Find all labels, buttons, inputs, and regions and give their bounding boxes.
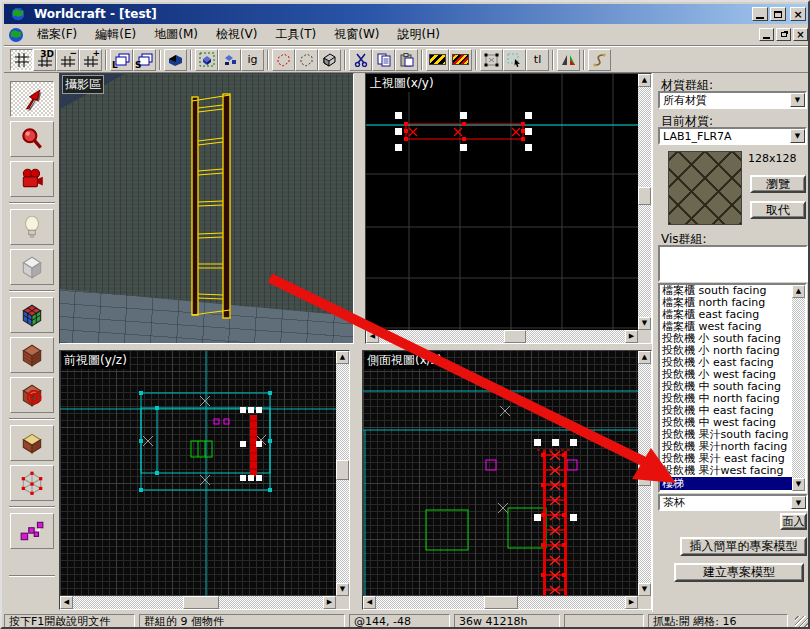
scroll-down-icon[interactable]: ▼ (638, 583, 651, 596)
mdi-document-icon[interactable] (8, 27, 24, 43)
hide-selected-button[interactable] (272, 49, 295, 71)
prefab-list-item[interactable]: 投飲機 小 south facing (660, 333, 792, 345)
side-vscrollbar[interactable]: ▲ ▼ (638, 351, 651, 596)
insert-prefab-button[interactable]: 插入簡單的專案模型 (680, 537, 807, 556)
prefab-list-item[interactable]: 投飲機 中 west facing (660, 417, 792, 429)
side-view-canvas[interactable] (363, 351, 638, 596)
cordon-edit-button[interactable] (426, 49, 449, 71)
mirror-button[interactable] (557, 49, 580, 71)
copy-button[interactable] (372, 49, 395, 71)
ungroup-button[interactable] (218, 49, 241, 71)
prefab-list-item[interactable]: 投飲機 小 east facing (660, 357, 792, 369)
menu-map[interactable]: 地圖(M) (145, 24, 207, 45)
prefab-listbox[interactable]: 檔案櫃 south facing檔案櫃 north facing檔案櫃 east… (658, 283, 807, 493)
path-tool-button[interactable] (10, 513, 54, 549)
magenta-entities-front[interactable] (214, 419, 229, 424)
scroll-left-icon[interactable]: ◀ (60, 596, 73, 609)
scroll-up-icon[interactable]: ▲ (638, 74, 651, 87)
prefab-list-item[interactable]: 投飲機 果汁north facing (660, 441, 792, 453)
scroll-right-icon[interactable]: ▶ (323, 596, 336, 609)
green-brush-front[interactable] (191, 441, 212, 457)
visgroup-listbox[interactable] (658, 245, 808, 282)
vertex-tool-button[interactable] (10, 465, 54, 501)
toggle-grid-button[interactable] (10, 49, 33, 71)
top-hscrollbar[interactable]: ◀ ▶ (366, 330, 638, 343)
front-viewport[interactable]: 前視圖(y/z) ▲ ▼ ◀ ▶ (59, 350, 350, 610)
scroll-right-icon[interactable]: ▶ (625, 596, 638, 609)
magnify-tool-button[interactable] (10, 121, 54, 157)
scroll-up-icon[interactable]: ▲ (638, 351, 651, 364)
selection-tool-button[interactable] (10, 81, 54, 117)
prefab-list-item[interactable]: 投飲機 果汁west facing (660, 465, 792, 477)
browse-button[interactable]: 瀏覽 (750, 175, 806, 193)
green-brushes-side[interactable] (426, 508, 546, 550)
ladder-3d-selected[interactable] (60, 74, 353, 343)
prefab-list-item[interactable]: 投飲機 果汁 east facing (660, 453, 792, 465)
cut-button[interactable] (349, 49, 372, 71)
current-texture-combobox[interactable]: LAB1_FLR7A ▼ (658, 127, 807, 145)
camera-viewport[interactable]: 攝影區 (59, 73, 354, 344)
side-hscrollbar[interactable]: ◀ ▶ (363, 596, 638, 609)
larger-grid-button[interactable]: + (79, 49, 102, 71)
maximize-button[interactable] (770, 7, 786, 21)
prefab-list-item[interactable]: 檔案櫃 north facing (660, 297, 792, 309)
show-all-button[interactable] (318, 49, 341, 71)
replace-button[interactable]: 取代 (750, 201, 806, 219)
mdi-close-button[interactable]: × (793, 28, 808, 41)
scroll-left-icon[interactable]: ◀ (363, 596, 376, 609)
ladder-side[interactable] (537, 450, 573, 596)
top-viewport[interactable]: 上視圖(x/y) ▲ ▼ ◀ ▶ (365, 73, 652, 344)
resize-grip[interactable] (795, 616, 808, 629)
hide-unselected-button[interactable] (295, 49, 318, 71)
front-hscrollbar[interactable]: ◀ ▶ (60, 596, 336, 609)
cordon-toggle-button[interactable] (449, 49, 472, 71)
morph-button[interactable] (588, 49, 611, 71)
scroll-down-icon[interactable]: ▼ (792, 478, 805, 491)
prefab-list-item-selected[interactable]: 樓梯 (660, 477, 792, 490)
paste-button[interactable] (395, 49, 418, 71)
carve-button[interactable] (164, 49, 187, 71)
menu-help[interactable]: 說明(H) (388, 24, 448, 45)
prefab-list-item[interactable]: 投飲機 中 south facing (660, 381, 792, 393)
prefab-list-item[interactable]: 投飲機 小 north facing (660, 345, 792, 357)
menu-edit[interactable]: 編輯(E) (86, 24, 145, 45)
magenta-entities-side[interactable] (486, 460, 577, 470)
top-view-canvas[interactable] (366, 74, 638, 330)
scroll-down-icon[interactable]: ▼ (336, 583, 349, 596)
scroll-left-icon[interactable]: ◀ (366, 330, 379, 343)
prefab-list-scrollbar[interactable]: ▲ ▼ (792, 285, 805, 491)
texture-application-tool-button[interactable] (10, 297, 54, 333)
prefab-list-item[interactable]: 檔案櫃 east facing (660, 309, 792, 321)
scroll-up-icon[interactable]: ▲ (792, 285, 805, 298)
texture-lock-button[interactable]: tl (526, 49, 549, 71)
mdi-minimize-button[interactable] (759, 28, 774, 41)
scroll-up-icon[interactable]: ▲ (336, 351, 349, 364)
chevron-down-icon[interactable]: ▼ (790, 93, 805, 107)
prefab-combobox[interactable]: 茶杯 ▼ (658, 494, 808, 511)
prefab-list-item[interactable]: 投飲機 中 east facing (660, 405, 792, 417)
side-viewport[interactable]: 側面視圖(x/z) ▲ ▼ ◀ ▶ (362, 350, 652, 610)
prefab-list-item[interactable]: 檔案櫃 west facing (660, 321, 792, 333)
top-vscrollbar[interactable]: ▲ ▼ (638, 74, 651, 330)
menu-view[interactable]: 檢視(V) (207, 24, 267, 45)
prefab-list-item[interactable]: 投飲機 小 west facing (660, 369, 792, 381)
apply-small-button[interactable]: 面入 (780, 513, 807, 530)
mdi-restore-button[interactable] (776, 28, 791, 41)
apply-decals-tool-button[interactable] (10, 377, 54, 413)
chevron-down-icon[interactable]: ▼ (790, 129, 805, 143)
toggle-3d-grid-button[interactable]: 3D (33, 49, 56, 71)
save-window-state-button[interactable]: S (133, 49, 156, 71)
menu-file[interactable]: 檔案(F) (28, 24, 86, 45)
scroll-down-icon[interactable]: ▼ (638, 317, 651, 330)
scroll-right-icon[interactable]: ▶ (625, 330, 638, 343)
entity-tool-button[interactable] (10, 209, 54, 245)
prefab-list-item[interactable]: 投飲機 中 north facing (660, 393, 792, 405)
texture-group-combobox[interactable]: 所有材質 ▼ (658, 91, 807, 109)
prefab-list-item[interactable]: 投飲機 果汁south facing (660, 429, 792, 441)
block-tool-button[interactable] (10, 249, 54, 285)
front-view-canvas[interactable] (60, 351, 336, 596)
group-button[interactable] (195, 49, 218, 71)
menu-tools[interactable]: 工具(T) (267, 24, 326, 45)
ladder-front[interactable] (250, 415, 257, 476)
close-button[interactable]: × (790, 7, 806, 21)
